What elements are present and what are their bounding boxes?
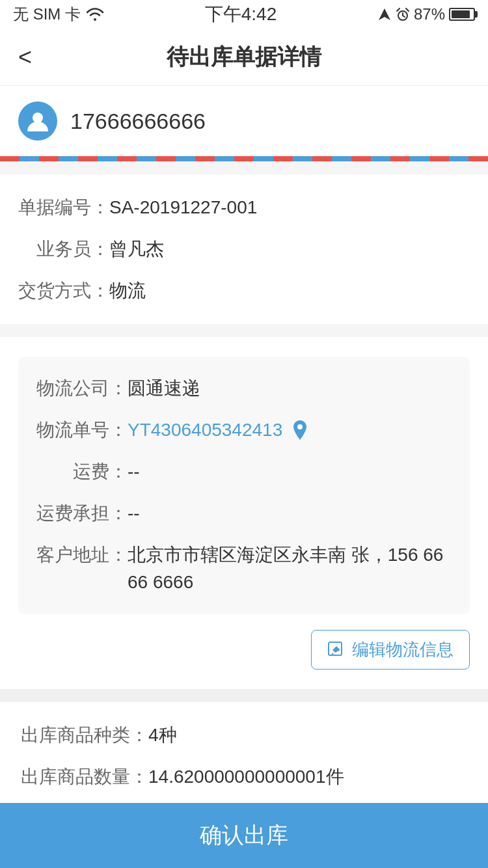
logistics-company-row: 物流公司： 圆通速递 (36, 375, 452, 402)
delivery-label: 交货方式： (18, 277, 109, 305)
location-arrow-icon (377, 7, 392, 21)
goods-quantity-value: 14.620000000000001件 (148, 763, 470, 791)
goods-types-row: 出库商品种类： 4种 (18, 722, 470, 749)
address-label: 客户地址： (36, 541, 128, 569)
freight-value: -- (128, 458, 452, 485)
logistics-section: 物流公司： 圆通速递 物流单号： YT43064053424​13 运费： --… (0, 337, 488, 689)
order-number-label: 单据编号： (18, 194, 109, 221)
address-value: 北京市市辖区海淀区永丰南 张，156 6666 6666 (128, 541, 452, 596)
back-button[interactable]: < (18, 44, 32, 71)
freight-bear-value: -- (128, 500, 452, 527)
freight-bear-row: 运费承担： -- (36, 500, 452, 527)
carrier-text: 无 SIM 卡 (13, 4, 81, 25)
status-left: 无 SIM 卡 (13, 4, 104, 25)
tracking-row: 物流单号： YT43064053424​13 (36, 416, 452, 444)
edit-icon (327, 641, 346, 659)
delivery-row: 交货方式： 物流 (18, 277, 470, 305)
edit-logistics-label: 编辑物流信息 (352, 638, 454, 661)
tracking-number: YT43064053424​13 (128, 416, 282, 444)
customer-phone: 17666666666 (70, 109, 206, 134)
alarm-icon (396, 7, 410, 21)
svg-point-2 (33, 113, 43, 123)
logistics-company-value: 圆通速递 (128, 375, 452, 402)
tracking-label: 物流单号： (36, 416, 128, 444)
user-icon (26, 109, 49, 133)
freight-row: 运费： -- (36, 458, 452, 485)
confirm-bar[interactable]: 确认出库 (0, 803, 488, 868)
order-number-value: SA-20191227-001 (109, 194, 470, 221)
nav-bar: < 待出库单据详情 (0, 29, 488, 86)
edit-logistics-container: 编辑物流信息 (18, 630, 470, 670)
svg-point-3 (297, 424, 303, 429)
freight-bear-label: 运费承担： (36, 500, 128, 527)
status-bar: 无 SIM 卡 下午4:42 87% (0, 0, 488, 29)
delivery-value: 物流 (109, 277, 470, 305)
staff-value: 曾凡杰 (109, 236, 470, 263)
wifi-icon (86, 8, 104, 21)
logistics-card: 物流公司： 圆通速递 物流单号： YT43064053424​13 运费： --… (18, 357, 470, 614)
tracking-value: YT43064053424​13 (128, 416, 452, 444)
goods-quantity-label: 出库商品数量： (18, 763, 148, 791)
order-number-row: 单据编号： SA-20191227-001 (18, 194, 470, 221)
time-display: 下午4:42 (205, 2, 277, 27)
page-title: 待出库单据详情 (167, 42, 321, 72)
goods-quantity-row: 出库商品数量： 14.620000000000001件 (18, 763, 470, 791)
edit-logistics-button[interactable]: 编辑物流信息 (311, 630, 470, 670)
staff-row: 业务员： 曾凡杰 (18, 236, 470, 263)
svg-marker-0 (379, 8, 390, 20)
order-basic-section: 单据编号： SA-20191227-001 业务员： 曾凡杰 交货方式： 物流 (0, 174, 488, 324)
staff-label: 业务员： (18, 236, 109, 263)
dashed-divider (0, 156, 488, 161)
goods-types-label: 出库商品种类： (18, 722, 148, 749)
freight-label: 运费： (36, 458, 128, 485)
battery-icon (449, 8, 475, 21)
logistics-company-label: 物流公司： (36, 375, 128, 402)
address-row: 客户地址： 北京市市辖区海淀区永丰南 张，156 6666 6666 (36, 541, 452, 596)
status-right: 87% (377, 5, 475, 23)
confirm-button-label: 确认出库 (200, 821, 288, 850)
customer-header: 17666666666 (0, 86, 488, 156)
goods-types-value: 4种 (148, 722, 470, 749)
section-divider (0, 689, 488, 702)
battery-percent: 87% (414, 5, 445, 23)
location-pin-icon[interactable] (289, 419, 311, 441)
customer-avatar (18, 102, 57, 141)
